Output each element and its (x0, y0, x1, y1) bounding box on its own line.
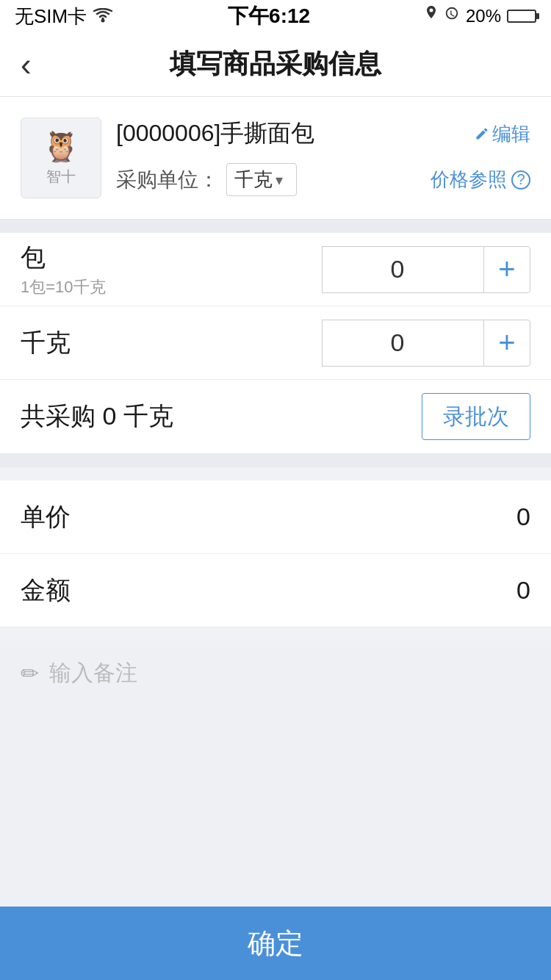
input-section: 包 1包=10千克 + 千克 + (0, 233, 551, 380)
edit-button[interactable]: 编辑 (475, 121, 530, 147)
amount-label: 金额 (21, 574, 71, 608)
product-card: 🦉 智十 [0000006]手撕面包 编辑 采购单位： 千克 ▾ (0, 97, 551, 220)
empty-space (0, 706, 551, 926)
svg-point-0 (101, 18, 105, 22)
back-button[interactable]: ‹ (21, 48, 32, 81)
summary-row: 共采购 0 千克 录批次 (0, 380, 551, 453)
carrier-label: 无SIM卡 (15, 4, 87, 29)
unit-price-label: 单价 (21, 500, 71, 534)
bag-input-row: 包 1包=10千克 + (0, 233, 551, 306)
battery-icon (507, 10, 536, 23)
status-bar-time: 下午6:12 (228, 2, 310, 30)
bag-input-right: + (138, 246, 530, 293)
product-image-sublabel: 智十 (46, 167, 76, 187)
status-bar-right: 20% (425, 6, 536, 26)
chevron-down-icon: ▾ (276, 171, 283, 189)
unit-select[interactable]: 千克 ▾ (226, 163, 297, 196)
product-info: [0000006]手撕面包 编辑 采购单位： 千克 ▾ 价格参照 ? (116, 118, 530, 196)
price-section: 单价 0 金额 0 (0, 480, 551, 627)
nav-title: 填写商品采购信息 (170, 46, 381, 82)
battery-label: 20% (466, 6, 501, 26)
confirm-button[interactable]: 确定 (0, 907, 551, 980)
product-image: 🦉 智十 (21, 118, 101, 198)
remark-section[interactable]: ✏ 输入备注 (0, 641, 551, 706)
kg-plus-button[interactable]: + (483, 320, 530, 367)
help-icon: ? (511, 170, 530, 190)
price-ref-button[interactable]: 价格参照 ? (431, 167, 530, 192)
bag-quantity-input[interactable] (322, 246, 483, 293)
product-name: [0000006]手撕面包 (116, 118, 314, 150)
unit-row: 采购单位： 千克 ▾ 价格参照 ? (116, 163, 530, 196)
section-separator-1 (0, 220, 551, 233)
kg-input-right: + (138, 320, 530, 367)
product-owl-icon: 🦉 (43, 129, 79, 164)
section-separator-2 (0, 454, 551, 467)
alarm-icon (444, 6, 460, 26)
nav-bar: ‹ 填写商品采购信息 (0, 32, 551, 97)
amount-row: 金额 0 (0, 554, 551, 627)
summary-text: 共采购 0 千克 (21, 400, 173, 433)
wifi-icon (93, 5, 113, 28)
location-icon (425, 6, 438, 26)
bag-plus-button[interactable]: + (483, 246, 530, 293)
pencil-icon: ✏ (21, 660, 39, 686)
product-name-row: [0000006]手撕面包 编辑 (116, 118, 530, 150)
status-bar: 无SIM卡 下午6:12 20% (0, 0, 551, 32)
unit-price-row: 单价 0 (0, 480, 551, 554)
kg-quantity-input[interactable] (322, 320, 483, 367)
unit-label: 采购单位： 千克 ▾ (116, 163, 297, 196)
kg-label: 千克 (21, 326, 138, 360)
remark-placeholder: 输入备注 (49, 658, 137, 688)
unit-price-value: 0 (516, 502, 530, 531)
amount-value: 0 (516, 576, 530, 605)
bag-label: 包 1包=10千克 (21, 241, 138, 298)
kg-input-row: 千克 + (0, 306, 551, 380)
batch-button[interactable]: 录批次 (422, 393, 530, 440)
status-bar-left: 无SIM卡 (15, 4, 113, 29)
summary-section: 共采购 0 千克 录批次 (0, 380, 551, 454)
